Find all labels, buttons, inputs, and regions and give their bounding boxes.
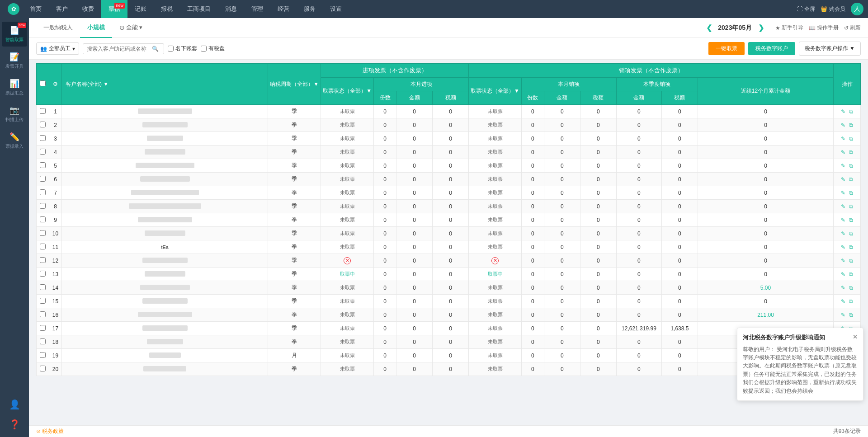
copy-btn[interactable]: ⧉ (849, 217, 853, 223)
avatar[interactable]: 人 (851, 3, 863, 15)
copy-btn[interactable]: ⧉ (849, 136, 853, 142)
sidebar-item-user[interactable]: 👤 (2, 395, 27, 414)
search-box[interactable]: 🔍 (83, 43, 164, 54)
nav-biz[interactable]: 工商项目 (180, 0, 218, 18)
row-checkbox[interactable] (40, 298, 46, 304)
copy-btn[interactable]: ⧉ (849, 149, 853, 155)
row-checkbox[interactable] (40, 352, 46, 358)
edit-btn[interactable]: ✎ (841, 312, 845, 318)
copy-btn[interactable]: ⧉ (849, 203, 853, 210)
sidebar-item-help[interactable]: ❓ (2, 415, 27, 433)
sidebar-item-entry[interactable]: ✏️ 票据录入 (2, 128, 27, 153)
row-checkbox[interactable] (40, 338, 46, 344)
error-status-icon-out[interactable]: ✕ (491, 257, 499, 264)
row-checkbox[interactable] (40, 135, 46, 141)
digital-account-btn[interactable]: 税务数字账户 (748, 42, 795, 55)
row-checkbox[interactable] (40, 216, 46, 222)
edit-btn[interactable]: ✎ (841, 217, 845, 223)
edit-btn[interactable]: ✎ (841, 203, 845, 210)
edit-btn[interactable]: ✎ (841, 298, 845, 305)
nav-invoice[interactable]: 票据 new (101, 0, 127, 18)
row-checkbox[interactable] (40, 325, 46, 331)
copy-btn[interactable]: ⧉ (849, 108, 853, 115)
copy-btn[interactable]: ⧉ (849, 122, 853, 128)
th-customer-name[interactable]: 客户名称(全部) ▼ (62, 64, 268, 105)
nav-customer[interactable]: 客户 (49, 0, 75, 18)
th-in-status[interactable]: 取票状态（全部）▼ (321, 78, 374, 105)
copy-btn[interactable]: ⧉ (849, 230, 853, 237)
select-all-checkbox[interactable] (40, 80, 46, 86)
copy-btn[interactable]: ⧉ (849, 244, 853, 250)
copy-btn[interactable]: ⧉ (849, 271, 853, 277)
th-out-status[interactable]: 取票状态（全部）▼ (469, 78, 522, 105)
tax-disk-checkbox[interactable]: 有税盘 (201, 45, 225, 52)
edit-btn[interactable]: ✎ (841, 136, 845, 142)
nav-income[interactable]: 收费 (75, 0, 101, 18)
th-tax-period[interactable]: 纳税周期（全部）▼ (268, 64, 321, 105)
nav-tax[interactable]: 报税 (154, 0, 180, 18)
row-checkbox[interactable] (40, 189, 46, 195)
member-btn[interactable]: 👑 购会员 (821, 5, 845, 13)
tab-all[interactable]: ⊙ 全能 ▾ (112, 18, 150, 38)
row-checkbox[interactable] (40, 284, 46, 290)
tab-general[interactable]: 一般纳税人 (36, 18, 80, 38)
policy-link[interactable]: ⊙ 税务政策 (36, 428, 64, 435)
row-checkbox[interactable] (40, 122, 46, 127)
sidebar-item-scan[interactable]: 📷 扫描上传 (2, 102, 27, 127)
manual-btn[interactable]: 📖 操作手册 (809, 24, 839, 32)
row-checkbox[interactable] (40, 149, 46, 155)
sidebar-item-smart-invoice[interactable]: 📄 智能取票 new (2, 22, 27, 47)
edit-btn[interactable]: ✎ (841, 230, 845, 237)
nav-setting[interactable]: 设置 (323, 0, 349, 18)
row-checkbox[interactable] (40, 108, 46, 114)
nav-msg[interactable]: 消息 (218, 0, 244, 18)
sub-account-checkbox[interactable]: 名下账套 (168, 45, 197, 52)
sidebar-item-summary[interactable]: 📊 票据汇总 (2, 75, 27, 100)
sub-account-check[interactable] (168, 46, 174, 52)
notification-close-btn[interactable]: ✕ (853, 334, 858, 342)
copy-btn[interactable]: ⧉ (849, 312, 853, 318)
employee-filter[interactable]: 👥 全部员工 ▾ (36, 42, 79, 55)
fullscreen-btn[interactable]: ⛶ 全屏 (797, 5, 815, 13)
row-checkbox[interactable] (40, 176, 46, 182)
row-checkbox[interactable] (40, 271, 46, 277)
edit-btn[interactable]: ✎ (841, 258, 845, 264)
edit-btn[interactable]: ✎ (841, 149, 845, 155)
next-month-btn[interactable]: ❯ (755, 23, 766, 33)
refresh-btn[interactable]: ↺ 刷新 (844, 24, 861, 32)
row-checkbox[interactable] (40, 203, 46, 209)
tax-disk-check[interactable] (201, 46, 207, 52)
edit-btn[interactable]: ✎ (841, 163, 845, 169)
row-checkbox[interactable] (40, 366, 46, 371)
search-input[interactable] (87, 46, 150, 52)
edit-btn[interactable]: ✎ (841, 271, 845, 277)
sidebar-item-issue[interactable]: 📝 发票开具 (2, 48, 27, 73)
nav-manage[interactable]: 管理 (244, 0, 270, 18)
copy-btn[interactable]: ⧉ (849, 258, 853, 264)
nav-account[interactable]: 记账 (127, 0, 154, 18)
row-checkbox[interactable] (40, 230, 46, 236)
edit-btn[interactable]: ✎ (841, 285, 845, 291)
edit-btn[interactable]: ✎ (841, 108, 845, 115)
nav-home[interactable]: 首页 (23, 0, 49, 18)
row-checkbox[interactable] (40, 311, 46, 317)
copy-btn[interactable]: ⧉ (849, 190, 853, 196)
edit-btn[interactable]: ✎ (841, 176, 845, 183)
prev-month-btn[interactable]: ❮ (703, 23, 714, 33)
copy-btn[interactable]: ⧉ (849, 298, 853, 305)
edit-btn[interactable]: ✎ (841, 190, 845, 196)
new-guide-btn[interactable]: ★ 新手引导 (775, 24, 803, 32)
row-checkbox[interactable] (40, 162, 46, 168)
one-click-fetch-btn[interactable]: 一键取票 (708, 42, 745, 55)
copy-btn[interactable]: ⧉ (849, 176, 853, 183)
copy-btn[interactable]: ⧉ (849, 163, 853, 169)
error-status-icon[interactable]: ✕ (344, 257, 351, 264)
digital-account-ops-btn[interactable]: 税务数字账户操作 ▼ (799, 42, 861, 56)
row-checkbox[interactable] (40, 244, 46, 249)
edit-btn[interactable]: ✎ (841, 244, 845, 250)
edit-btn[interactable]: ✎ (841, 122, 845, 128)
tab-small[interactable]: 小规模 (80, 18, 112, 38)
nav-operation[interactable]: 经营 (270, 0, 297, 18)
row-checkbox[interactable] (40, 257, 46, 263)
copy-btn[interactable]: ⧉ (849, 285, 853, 291)
